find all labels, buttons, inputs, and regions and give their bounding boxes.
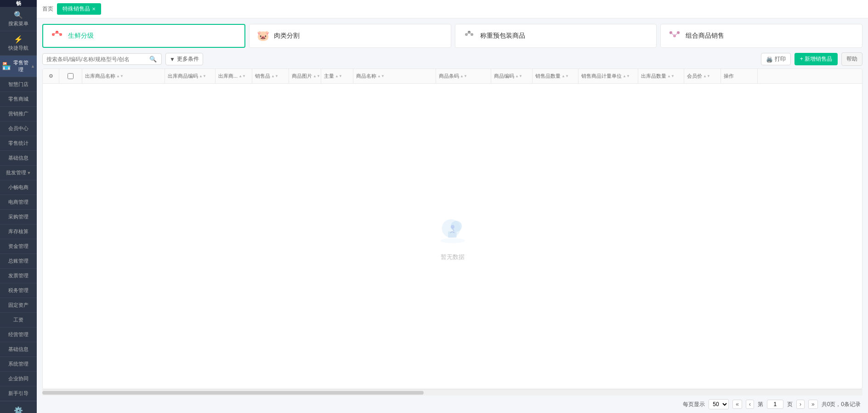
sidebar-item-retailstat[interactable]: 零售统计 — [0, 136, 37, 151]
sidebar-item-assets[interactable]: 固定资产 — [0, 298, 37, 313]
tab-label: 特殊销售品 — [62, 5, 90, 13]
sidebar-item-basicinfo[interactable]: 基础信息 — [0, 151, 37, 166]
first-page-button[interactable]: « — [732, 400, 742, 409]
search-icon[interactable]: 🔍 — [149, 56, 157, 63]
sidebar-item-label: 采购管理 — [8, 214, 28, 219]
th-outname[interactable]: 出库商品名称 ▲▼ — [82, 69, 165, 83]
active-tab[interactable]: 特殊销售品 ✕ — [57, 3, 101, 15]
th-salegood[interactable]: 销售品 ▲▼ — [252, 69, 289, 83]
sidebar-item-newguide[interactable]: 新手引导 — [0, 386, 37, 401]
sidebar-item-system[interactable]: 系统管理 — [0, 357, 37, 372]
add-button[interactable]: + 新增销售品 — [794, 53, 838, 65]
th-outqty[interactable]: 出库品数量 ▲▼ — [638, 69, 684, 83]
horizontal-scrollbar[interactable] — [42, 389, 862, 396]
tab-card-fresh[interactable]: 生鲜分级 — [42, 24, 245, 48]
sidebar-item-finance[interactable]: 资金管理 — [0, 239, 37, 254]
sort-icon[interactable]: ▲▼ — [199, 74, 206, 78]
sidebar-item-search[interactable]: 🔍 搜索菜单 — [0, 7, 37, 31]
sidebar: 畅 🔍 搜索菜单 ⚡ 快捷导航 🏪 零售管理 ▲ 智慧门店 零售商城 营销推广 … — [0, 0, 37, 413]
th-saleqty[interactable]: 销售品数量 ▲▼ — [533, 69, 579, 83]
th-barcode[interactable]: 商品条码 ▲▼ — [436, 69, 491, 83]
chevron-down-icon: ▼ — [27, 171, 31, 175]
th-outcode[interactable]: 出库商品编码 ▲▼ — [165, 69, 216, 83]
sidebar-item-ecommerce[interactable]: 电商管理 — [0, 195, 37, 210]
sidebar-item-inventory[interactable]: 库存核算 — [0, 224, 37, 239]
sort-icon[interactable]: ▲▼ — [460, 74, 467, 78]
last-page-button[interactable]: » — [808, 400, 818, 409]
sidebar-item-promotion[interactable]: 营销推广 — [0, 107, 37, 121]
tab-card-combo[interactable]: 组合商品销售 — [660, 24, 862, 48]
sort-icon[interactable]: ▲▼ — [271, 74, 278, 78]
th-unit[interactable]: 销售商品计量单位 ▲▼ — [579, 69, 638, 83]
sidebar-item-member[interactable]: 会员中心 — [0, 121, 37, 136]
sidebar-item-basicinfo2[interactable]: 基础信息 — [0, 342, 37, 357]
sidebar-item-purchase[interactable]: 采购管理 — [0, 210, 37, 224]
search-icon: 🔍 — [2, 11, 35, 19]
print-icon: 🖨️ — [766, 56, 773, 63]
breadcrumb-home[interactable]: 首页 — [42, 5, 53, 13]
search-box[interactable]: 🔍 — [42, 53, 162, 65]
sidebar-item-label: 资金管理 — [8, 243, 28, 249]
sidebar-item-invoice[interactable]: 发票管理 — [0, 269, 37, 283]
sidebar-item-label: 零售统计 — [8, 140, 28, 146]
sort-icon[interactable]: ▲▼ — [313, 74, 320, 78]
th-mainunit[interactable]: 主量 ▲▼ — [321, 69, 353, 83]
sidebar-item-label: 批发管理 — [6, 169, 26, 176]
settings-icon: ⚙ — [49, 73, 53, 79]
sidebar-item-accounting[interactable]: 总账管理 — [0, 254, 37, 269]
sidebar-item-wholesale[interactable]: 批发管理 ▼ — [0, 166, 37, 180]
table-body-empty: 暂无数据 — [43, 84, 862, 389]
settings-button[interactable]: ⚙️ — [0, 402, 37, 413]
th-goodname[interactable]: 商品名称 ▲▼ — [353, 69, 436, 83]
th-img[interactable]: 商品图片 ▲▼ — [289, 69, 321, 83]
sidebar-item-quicknav[interactable]: ⚡ 快捷导航 — [0, 31, 37, 56]
select-all-checkbox[interactable] — [68, 73, 74, 79]
toolbar: 🔍 ▼ 更多条件 🖨️ 打印 + 新增销售品 帮助 — [37, 48, 868, 69]
close-tab-icon[interactable]: ✕ — [92, 6, 96, 11]
sort-icon[interactable]: ▲▼ — [116, 74, 124, 78]
sort-icon[interactable]: ▲▼ — [515, 74, 522, 78]
svg-line-14 — [675, 33, 678, 36]
sort-icon[interactable]: ▲▼ — [562, 74, 569, 78]
sidebar-item-smartstore[interactable]: 智慧门店 — [0, 77, 37, 92]
sidebar-item-operations[interactable]: 经营管理 — [0, 327, 37, 342]
tab-cards-row: 生鲜分级 🐷 肉类分割 称重预包装商品 — [37, 18, 868, 48]
page-size-select[interactable]: 50 — [709, 399, 729, 409]
sidebar-item-label: 快捷导航 — [8, 45, 28, 51]
col-label: 出库商品名称 — [85, 73, 115, 80]
sort-icon[interactable]: ▲▼ — [703, 74, 710, 78]
page-number-input[interactable] — [767, 400, 783, 409]
svg-point-20 — [451, 225, 454, 229]
next-page-button[interactable]: › — [796, 400, 805, 409]
lightning-icon: ⚡ — [2, 35, 35, 44]
sort-icon[interactable]: ▲▼ — [377, 74, 385, 78]
scrollbar-thumb[interactable] — [42, 391, 424, 395]
content-area: 生鲜分级 🐷 肉类分割 称重预包装商品 — [37, 18, 868, 413]
tab-card-scale[interactable]: 称重预包装商品 — [455, 24, 657, 48]
th-setting[interactable]: ⚙ — [43, 69, 59, 83]
search-input[interactable] — [46, 56, 148, 63]
help-label: 帮助 — [846, 56, 857, 62]
th-sku[interactable]: 商品编码 ▲▼ — [491, 69, 533, 83]
sidebar-item-retailmall[interactable]: 零售商城 — [0, 92, 37, 107]
filter-button[interactable]: ▼ 更多条件 — [165, 53, 203, 65]
col-label: 销售品数量 — [535, 73, 561, 80]
sidebar-item-miniapp[interactable]: 小畅电商 — [0, 180, 37, 195]
sort-icon[interactable]: ▲▼ — [335, 74, 342, 78]
th-price[interactable]: 会员价 ▲▼ — [684, 69, 721, 83]
sort-icon[interactable]: ▲▼ — [623, 74, 630, 78]
col-label: 商品编码 — [494, 73, 514, 80]
print-button[interactable]: 🖨️ 打印 — [761, 53, 791, 65]
sidebar-item-enterprise[interactable]: 企业协同 — [0, 372, 37, 386]
sidebar-item-retail[interactable]: 🏪 零售管理 ▲ — [0, 56, 37, 77]
sidebar-item-tax[interactable]: 税务管理 — [0, 283, 37, 298]
sidebar-item-salary[interactable]: 工资 — [0, 313, 37, 327]
th-checkbox[interactable] — [59, 69, 82, 83]
tab-card-meat[interactable]: 🐷 肉类分割 — [249, 24, 451, 48]
prev-page-button[interactable]: ‹ — [746, 400, 754, 409]
sort-icon[interactable]: ▲▼ — [238, 74, 246, 78]
tab-card-scale-label: 称重预包装商品 — [480, 32, 525, 40]
th-outgoods[interactable]: 出库商... ▲▼ — [216, 69, 252, 83]
sort-icon[interactable]: ▲▼ — [667, 74, 675, 78]
help-button[interactable]: 帮助 — [841, 52, 862, 66]
